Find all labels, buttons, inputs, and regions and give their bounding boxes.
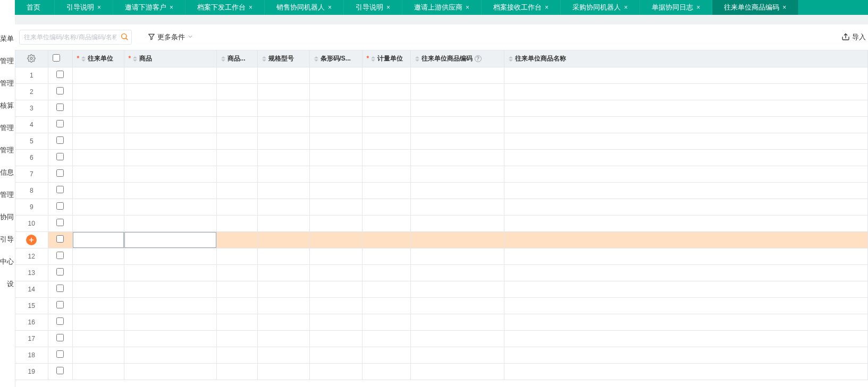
table-cell[interactable] bbox=[504, 199, 868, 215]
table-cell[interactable] bbox=[72, 116, 124, 133]
table-cell[interactable] bbox=[72, 83, 124, 100]
table-cell[interactable] bbox=[362, 149, 410, 166]
row-checkbox[interactable] bbox=[56, 87, 64, 94]
table-cell[interactable] bbox=[410, 231, 504, 248]
table-cell[interactable] bbox=[362, 83, 410, 100]
select-all-header[interactable] bbox=[48, 50, 72, 67]
table-cell[interactable] bbox=[257, 83, 309, 100]
table-cell[interactable] bbox=[410, 199, 504, 215]
table-cell[interactable] bbox=[504, 116, 868, 133]
table-cell[interactable] bbox=[504, 264, 868, 281]
table-row[interactable]: 1 bbox=[15, 67, 868, 83]
row-checkbox[interactable] bbox=[56, 169, 64, 177]
col-header-spec[interactable]: 规格型号 bbox=[257, 50, 309, 67]
table-cell[interactable] bbox=[257, 116, 309, 133]
table-cell[interactable] bbox=[410, 314, 504, 330]
table-cell[interactable] bbox=[410, 363, 504, 380]
table-cell[interactable] bbox=[72, 133, 124, 149]
row-checkbox[interactable] bbox=[56, 301, 64, 308]
row-checkbox-cell[interactable] bbox=[48, 330, 72, 347]
table-cell[interactable] bbox=[124, 231, 216, 248]
table-cell[interactable] bbox=[124, 264, 216, 281]
close-icon[interactable]: × bbox=[386, 4, 390, 11]
sidebar-item[interactable]: 中心 bbox=[0, 251, 15, 273]
col-header-measure[interactable]: 计量单位 bbox=[362, 50, 410, 67]
table-cell[interactable] bbox=[216, 248, 257, 264]
table-cell[interactable] bbox=[124, 330, 216, 347]
table-cell[interactable] bbox=[504, 363, 868, 380]
table-cell[interactable] bbox=[504, 83, 868, 100]
row-checkbox[interactable] bbox=[56, 350, 64, 358]
cell-input[interactable] bbox=[73, 232, 124, 248]
table-row[interactable]: 18 bbox=[15, 347, 868, 363]
table-cell[interactable] bbox=[309, 297, 362, 314]
table-cell[interactable] bbox=[72, 182, 124, 199]
table-cell[interactable] bbox=[124, 116, 216, 133]
table-cell[interactable] bbox=[72, 330, 124, 347]
table-cell[interactable] bbox=[216, 182, 257, 199]
row-checkbox-cell[interactable] bbox=[48, 314, 72, 330]
table-cell[interactable] bbox=[257, 281, 309, 297]
tab-1[interactable]: 引导说明× bbox=[55, 0, 113, 15]
table-row[interactable]: 10 bbox=[15, 215, 868, 231]
table-cell[interactable] bbox=[504, 297, 868, 314]
close-icon[interactable]: × bbox=[696, 4, 700, 11]
table-cell[interactable] bbox=[257, 297, 309, 314]
table-cell[interactable] bbox=[124, 149, 216, 166]
table-cell[interactable] bbox=[410, 347, 504, 363]
table-row[interactable]: 17 bbox=[15, 330, 868, 347]
table-row[interactable]: 4 bbox=[15, 116, 868, 133]
table-row[interactable]: 3 bbox=[15, 100, 868, 116]
row-checkbox-cell[interactable] bbox=[48, 133, 72, 149]
row-checkbox[interactable] bbox=[56, 136, 64, 144]
table-cell[interactable] bbox=[362, 248, 410, 264]
table-cell[interactable] bbox=[309, 100, 362, 116]
tab-6[interactable]: 邀请上游供应商× bbox=[402, 0, 482, 15]
sidebar-item[interactable]: 管理 bbox=[0, 184, 15, 206]
sidebar-item[interactable]: 管理 bbox=[0, 72, 15, 94]
table-cell[interactable] bbox=[216, 67, 257, 83]
table-cell[interactable] bbox=[72, 281, 124, 297]
table-cell[interactable] bbox=[124, 83, 216, 100]
table-cell[interactable] bbox=[504, 133, 868, 149]
col-header-barcode[interactable]: 条形码/S... bbox=[309, 50, 362, 67]
table-cell[interactable] bbox=[504, 67, 868, 83]
table-cell[interactable] bbox=[309, 347, 362, 363]
table-cell[interactable] bbox=[124, 67, 216, 83]
table-cell[interactable] bbox=[216, 100, 257, 116]
table-cell[interactable] bbox=[216, 83, 257, 100]
row-checkbox[interactable] bbox=[56, 252, 64, 259]
close-icon[interactable]: × bbox=[545, 4, 549, 11]
table-cell[interactable] bbox=[362, 199, 410, 215]
table-cell[interactable] bbox=[216, 116, 257, 133]
table-cell[interactable] bbox=[410, 281, 504, 297]
row-checkbox[interactable] bbox=[56, 317, 64, 325]
table-cell[interactable] bbox=[124, 215, 216, 231]
tab-8[interactable]: 采购协同机器人× bbox=[561, 0, 640, 15]
row-checkbox[interactable] bbox=[56, 186, 64, 193]
table-row[interactable] bbox=[15, 231, 868, 248]
tab-10[interactable]: 往来单位商品编码× bbox=[712, 0, 798, 15]
row-checkbox[interactable] bbox=[56, 104, 64, 111]
table-cell[interactable] bbox=[410, 182, 504, 199]
close-icon[interactable]: × bbox=[97, 4, 101, 11]
table-cell[interactable] bbox=[362, 281, 410, 297]
table-cell[interactable] bbox=[309, 133, 362, 149]
tab-3[interactable]: 档案下发工作台× bbox=[186, 0, 265, 15]
table-cell[interactable] bbox=[362, 166, 410, 182]
tab-4[interactable]: 销售协同机器人× bbox=[265, 0, 344, 15]
table-cell[interactable] bbox=[216, 166, 257, 182]
sidebar-item[interactable]: 管理 bbox=[0, 50, 15, 72]
table-row[interactable]: 12 bbox=[15, 248, 868, 264]
table-cell[interactable] bbox=[216, 264, 257, 281]
table-cell[interactable] bbox=[124, 297, 216, 314]
table-cell[interactable] bbox=[257, 248, 309, 264]
table-cell[interactable] bbox=[362, 363, 410, 380]
sidebar-item[interactable]: 管理 bbox=[0, 139, 15, 161]
table-row[interactable]: 5 bbox=[15, 133, 868, 149]
table-cell[interactable] bbox=[216, 281, 257, 297]
settings-header[interactable] bbox=[15, 50, 48, 67]
row-checkbox-cell[interactable] bbox=[48, 215, 72, 231]
row-checkbox-cell[interactable] bbox=[48, 67, 72, 83]
table-cell[interactable] bbox=[216, 347, 257, 363]
